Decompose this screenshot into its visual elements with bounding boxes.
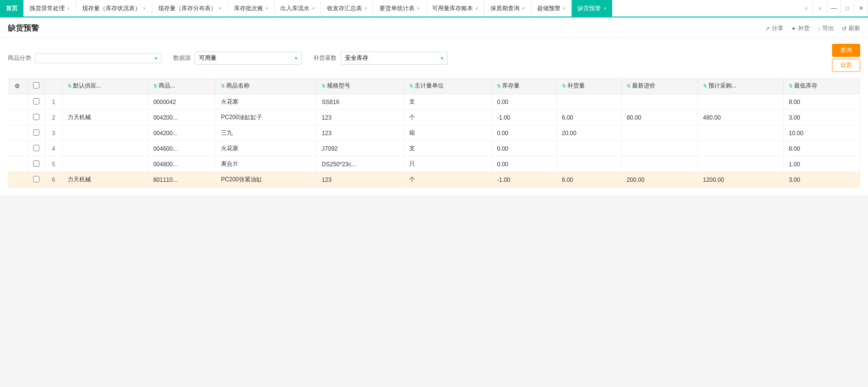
select-all-checkbox[interactable] bbox=[33, 82, 39, 88]
tab-inventory-dist[interactable]: 现存量（库存分布表）× bbox=[152, 0, 228, 17]
cell-settings-0 bbox=[8, 94, 27, 110]
filter-actions: 查询 设置 bbox=[832, 44, 860, 72]
tab-prev-btn[interactable]: ‹ bbox=[800, 0, 814, 17]
cell-replenish-5: 6.00 bbox=[557, 172, 621, 188]
th-default-supplier[interactable]: ⇅默认供应... bbox=[62, 78, 148, 94]
cell-stock-4: 0.00 bbox=[492, 157, 557, 172]
datasource-label: 数据源 bbox=[173, 54, 191, 62]
cell-est-2 bbox=[698, 125, 783, 141]
cell-unit-3: 支 bbox=[404, 141, 492, 157]
tab-minimize-btn[interactable]: — bbox=[827, 0, 841, 17]
cell-checkbox-3[interactable] bbox=[27, 141, 45, 157]
datasource-filter-group: 数据源 可用量 ▾ bbox=[173, 52, 302, 65]
replenish-base-select[interactable]: 安全库存 ▾ bbox=[341, 52, 448, 65]
cell-checkbox-0[interactable] bbox=[27, 94, 45, 110]
tab-home[interactable]: 首页 bbox=[0, 0, 24, 17]
tab-next-btn[interactable]: › bbox=[814, 0, 827, 17]
cell-checkbox-5[interactable] bbox=[27, 172, 45, 188]
th-est-purchase[interactable]: ⇅预计采购... bbox=[698, 78, 783, 94]
data-table: ⚙ ⇅默认供应... ⇅商品... ⇅商品名称 bbox=[8, 78, 860, 188]
query-btn[interactable]: 查询 bbox=[832, 44, 860, 57]
cell-checkbox-1[interactable] bbox=[27, 110, 45, 125]
tab-close-batch-ledger[interactable]: × bbox=[266, 6, 269, 11]
th-spec[interactable]: ⇅规格型号 bbox=[317, 78, 404, 94]
tab-shortage[interactable]: 缺货预警× bbox=[572, 0, 613, 17]
cell-checkbox-2[interactable] bbox=[27, 125, 45, 141]
gear-icon: ⚙ bbox=[15, 83, 20, 89]
tab-close-receipt-summary[interactable]: × bbox=[364, 6, 367, 11]
row-checkbox-2[interactable] bbox=[33, 129, 39, 136]
category-select[interactable]: ▾ bbox=[35, 53, 162, 63]
cell-spec-4: DS250*23c... bbox=[317, 157, 404, 172]
header-actions: ↗ 分享 ✦ 补货 ↓ 导出 ↺ 刷新 bbox=[765, 24, 860, 33]
tab-close-order-stats[interactable]: × bbox=[417, 6, 420, 11]
cell-stock-1: -1.00 bbox=[492, 110, 557, 125]
cell-unit-2: 箱 bbox=[404, 125, 492, 141]
cell-rownum-1: 2 bbox=[45, 110, 62, 125]
th-replenish-qty[interactable]: ⇅补货量 bbox=[557, 78, 621, 94]
cell-name-1: PC200油缸缸子 bbox=[216, 110, 317, 125]
cell-price-2 bbox=[621, 125, 698, 141]
tab-receipt-summary[interactable]: 收发存汇总表× bbox=[321, 0, 374, 17]
th-settings[interactable]: ⚙ bbox=[8, 78, 27, 94]
cell-stock-0: 0.00 bbox=[492, 94, 557, 110]
tab-close-exception[interactable]: × bbox=[67, 6, 70, 11]
tab-close-overstock[interactable]: × bbox=[563, 6, 566, 11]
replenish-base-value: 安全库存 bbox=[345, 54, 368, 62]
share-btn[interactable]: ↗ 分享 bbox=[765, 24, 783, 33]
datasource-select[interactable]: 可用量 ▾ bbox=[195, 52, 302, 65]
tab-close-inventory-status[interactable]: × bbox=[143, 6, 146, 11]
cell-code-5: 801110... bbox=[148, 172, 216, 188]
th-checkbox bbox=[27, 78, 45, 94]
row-checkbox-3[interactable] bbox=[33, 145, 39, 151]
share-icon: ↗ bbox=[765, 25, 770, 32]
row-checkbox-4[interactable] bbox=[33, 160, 39, 167]
cell-spec-0: SS816 bbox=[317, 94, 404, 110]
th-latest-price[interactable]: ⇅最新进价 bbox=[621, 78, 698, 94]
tab-close-expiry[interactable]: × bbox=[522, 6, 525, 11]
tab-batch-ledger[interactable]: 库存批次账× bbox=[228, 0, 275, 17]
tab-maximize-btn[interactable]: □ bbox=[841, 0, 854, 17]
tab-exception[interactable]: 拣货异常处理× bbox=[24, 0, 76, 17]
cell-supplier-4 bbox=[62, 157, 148, 172]
tab-inventory-status[interactable]: 现存量（库存状况表）× bbox=[76, 0, 152, 17]
row-checkbox-1[interactable] bbox=[33, 114, 39, 120]
tab-close-shortage[interactable]: × bbox=[603, 6, 606, 11]
table-row: 3 004200... 三九 123 箱 0.00 20.00 10.00 bbox=[8, 125, 860, 141]
category-chevron-icon: ▾ bbox=[155, 55, 157, 61]
th-unit[interactable]: ⇅主计量单位 bbox=[404, 78, 492, 94]
replenish-base-label: 补货基数 bbox=[313, 54, 337, 62]
tab-close-inventory-dist[interactable]: × bbox=[219, 6, 222, 11]
th-product-code[interactable]: ⇅商品... bbox=[148, 78, 216, 94]
settings-btn[interactable]: 设置 bbox=[832, 59, 860, 72]
cell-stock-3: 0.00 bbox=[492, 141, 557, 157]
th-stock-qty[interactable]: ⇅库存量 bbox=[492, 78, 557, 94]
cell-checkbox-4[interactable] bbox=[27, 157, 45, 172]
cell-supplier-5: 力天机械 bbox=[62, 172, 148, 188]
replenish-base-filter-group: 补货基数 安全库存 ▾ bbox=[313, 52, 448, 65]
cell-minstock-5: 3.00 bbox=[784, 172, 860, 188]
th-product-name[interactable]: ⇅商品名称 bbox=[216, 78, 317, 94]
tab-overstock[interactable]: 超储预警× bbox=[531, 0, 572, 17]
cell-code-1: 004200... bbox=[148, 110, 216, 125]
tab-expiry[interactable]: 保质期查询× bbox=[485, 0, 531, 17]
cell-replenish-0 bbox=[557, 94, 621, 110]
th-min-stock[interactable]: ⇅最低库存 bbox=[784, 78, 860, 94]
tab-available-ledger[interactable]: 可用量库存账本× bbox=[426, 0, 485, 17]
tab-close-all-btn[interactable]: ✕ bbox=[854, 0, 868, 17]
replenish-btn[interactable]: ✦ 补货 bbox=[791, 24, 810, 33]
export-btn[interactable]: ↓ 导出 bbox=[817, 24, 834, 33]
cell-unit-0: 支 bbox=[404, 94, 492, 110]
cell-minstock-2: 10.00 bbox=[784, 125, 860, 141]
datasource-chevron-icon: ▾ bbox=[295, 55, 297, 61]
row-checkbox-5[interactable] bbox=[33, 176, 39, 182]
cell-name-3: 火花塞 bbox=[216, 141, 317, 157]
row-checkbox-0[interactable] bbox=[33, 98, 39, 105]
refresh-btn[interactable]: ↺ 刷新 bbox=[842, 24, 860, 33]
tab-flow[interactable]: 出入库流水× bbox=[274, 0, 321, 17]
cell-supplier-1: 力天机械 bbox=[62, 110, 148, 125]
tab-order-stats[interactable]: 要货单统计表× bbox=[374, 0, 426, 17]
tab-close-available-ledger[interactable]: × bbox=[475, 6, 478, 11]
page-header: 缺货预警 ↗ 分享 ✦ 补货 ↓ 导出 ↺ 刷新 bbox=[0, 18, 868, 38]
tab-close-flow[interactable]: × bbox=[312, 6, 315, 11]
